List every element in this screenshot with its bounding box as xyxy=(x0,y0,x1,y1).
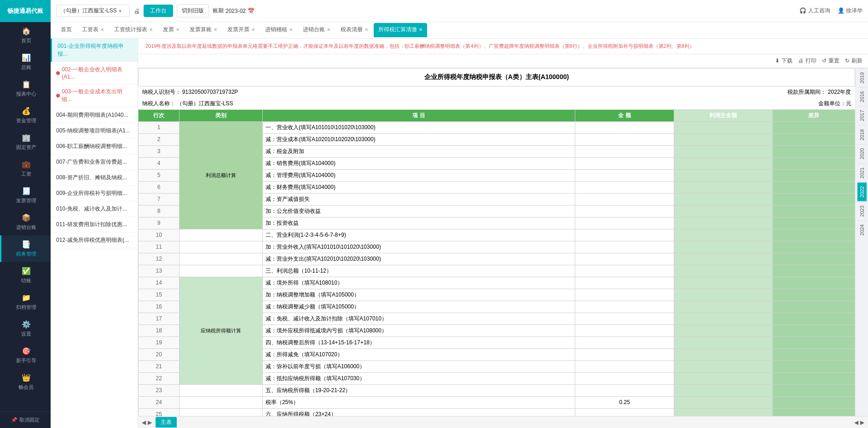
amount-6[interactable] xyxy=(575,181,674,193)
sidebar-item-home[interactable]: 🏠 首页 xyxy=(0,22,51,49)
year-2017[interactable]: 2017 xyxy=(857,106,867,125)
table-container[interactable]: 企业所得税年度纳税申报表（A类）主表(A100000) 纳税人识别号： 9132… xyxy=(138,68,855,417)
profit-4[interactable] xyxy=(674,157,773,169)
left-panel-item-002[interactable]: 002-一般企业收入明细表(A1... xyxy=(51,62,138,84)
profit-9[interactable] xyxy=(674,217,773,229)
left-panel-item-005[interactable]: 005-纳税调整项目明细表(A1... xyxy=(51,123,138,139)
sidebar-item-archive[interactable]: 📁 归档管理 xyxy=(0,289,51,315)
user-name[interactable]: 👤 徐泽华 xyxy=(838,7,862,15)
amount-20[interactable] xyxy=(575,348,674,360)
tab-invoice-close[interactable]: ✕ xyxy=(176,27,179,32)
year-2023[interactable]: 2023 xyxy=(857,201,867,220)
download-button[interactable]: ⬇ 下载 xyxy=(775,57,793,65)
diff-2[interactable] xyxy=(773,133,855,145)
amount-23[interactable] xyxy=(575,384,674,396)
diff-1[interactable] xyxy=(773,121,855,133)
company-selector[interactable]: （勾册）江西服宝-LSS ▾ xyxy=(56,5,130,17)
profit-17[interactable] xyxy=(674,313,773,325)
left-panel-item-004[interactable]: 004-期间费用明细表(A1040... xyxy=(51,108,138,123)
diff-9[interactable] xyxy=(773,217,855,229)
amount-10[interactable] xyxy=(575,229,674,241)
sidebar-item-settle[interactable]: ✅ 结账 xyxy=(0,262,51,289)
diff-20[interactable] xyxy=(773,348,855,360)
diff-11[interactable] xyxy=(773,241,855,253)
amount-15[interactable] xyxy=(575,289,674,301)
workbench-button[interactable]: 工作台 xyxy=(144,5,173,17)
left-panel-item-009[interactable]: 009-企业所得税补亏损明细... xyxy=(51,186,138,201)
tab-audit-close[interactable]: ✕ xyxy=(289,27,293,32)
amount-4[interactable] xyxy=(575,157,674,169)
nav-right-arrow[interactable]: ▶ xyxy=(148,419,152,426)
diff-15[interactable] xyxy=(773,289,855,301)
amount-2[interactable] xyxy=(575,133,674,145)
profit-5[interactable] xyxy=(674,169,773,181)
amount-12[interactable] xyxy=(575,253,674,265)
diff-12[interactable] xyxy=(773,253,855,265)
profit-7[interactable] xyxy=(674,193,773,205)
diff-25[interactable] xyxy=(773,408,855,416)
tab-trade-ledger[interactable]: 进销台账 ✕ xyxy=(298,23,335,37)
diff-3[interactable] xyxy=(773,145,855,157)
left-panel-item-012[interactable]: 012-减免所得税优惠明细表(... xyxy=(51,233,138,248)
year-2021[interactable]: 2021 xyxy=(857,163,867,182)
diff-8[interactable] xyxy=(773,205,855,217)
diff-13[interactable] xyxy=(773,265,855,277)
profit-25[interactable] xyxy=(674,408,773,416)
diff-17[interactable] xyxy=(773,313,855,325)
amount-14[interactable] xyxy=(575,277,674,289)
tab-invoice[interactable]: 发票 ✕ xyxy=(158,23,184,37)
profit-18[interactable] xyxy=(674,325,773,337)
amount-18[interactable] xyxy=(575,325,674,337)
amount-17[interactable] xyxy=(575,313,674,325)
diff-18[interactable] xyxy=(773,325,855,337)
amount-22[interactable] xyxy=(575,372,674,384)
print-icon[interactable]: 🖨 xyxy=(133,7,140,15)
diff-19[interactable] xyxy=(773,337,855,348)
left-panel-item-001[interactable]: 001-企业所得税年度纳税申报... xyxy=(51,39,138,62)
diff-7[interactable] xyxy=(773,193,855,205)
sidebar-item-assets[interactable]: 🏢 固定资产 xyxy=(0,129,51,155)
tab-tax-clear[interactable]: 税表清册 ✕ xyxy=(336,23,373,37)
sidebar-item-invoice[interactable]: 🧾 发票管理 xyxy=(0,182,51,209)
profit-3[interactable] xyxy=(674,145,773,157)
sidebar-pin-toggle[interactable]: 📌 取消固定 xyxy=(0,411,51,428)
year-2016[interactable]: 2016 xyxy=(857,87,867,106)
tab-income-tax-close[interactable]: ✕ xyxy=(419,27,422,32)
reset-button[interactable]: ↺ 重置 xyxy=(822,57,839,65)
diff-10[interactable] xyxy=(773,229,855,241)
amount-11[interactable] xyxy=(575,241,674,253)
profit-24[interactable] xyxy=(674,396,773,408)
switch-old-button[interactable]: 切到旧版 xyxy=(177,4,209,17)
amount-24[interactable]: 0.25 xyxy=(575,396,674,408)
amount-9[interactable] xyxy=(575,217,674,229)
left-panel-item-007[interactable]: 007-广告费和业务宣传费超... xyxy=(51,154,138,170)
tab-tax-clear-close[interactable]: ✕ xyxy=(365,27,368,32)
profit-8[interactable] xyxy=(674,205,773,217)
tab-income-tax[interactable]: 所得税汇算清缴 ✕ xyxy=(374,23,427,37)
tab-invoice-calc[interactable]: 发票算账 ✕ xyxy=(185,23,222,37)
year-2019[interactable]: 2019 xyxy=(857,68,867,87)
diff-21[interactable] xyxy=(773,360,855,372)
tab-invoice-open-close[interactable]: ✕ xyxy=(251,27,255,32)
diff-6[interactable] xyxy=(773,181,855,193)
profit-22[interactable] xyxy=(674,372,773,384)
nav-left-arrow[interactable]: ◀ xyxy=(142,419,146,426)
profit-1[interactable] xyxy=(674,121,773,133)
print-button[interactable]: 🖨 打印 xyxy=(798,57,816,65)
sidebar-item-tax[interactable]: 📑 税务管理 xyxy=(0,235,51,262)
amount-8[interactable] xyxy=(575,205,674,217)
tab-salary-report[interactable]: 工资统计报表 ✕ xyxy=(110,23,157,37)
tab-home[interactable]: 首页 xyxy=(56,23,76,37)
amount-13[interactable] xyxy=(575,265,674,277)
user-service[interactable]: 🎧 人工咨询 xyxy=(799,7,830,15)
amount-25[interactable] xyxy=(575,408,674,416)
left-panel-item-011[interactable]: 011-研发费用加计扣除优惠... xyxy=(51,217,138,233)
amount-21[interactable] xyxy=(575,360,674,372)
sidebar-item-trade[interactable]: 📦 进销台账 xyxy=(0,209,51,235)
profit-2[interactable] xyxy=(674,133,773,145)
tab-invoice-calc-close[interactable]: ✕ xyxy=(214,27,217,32)
year-2022[interactable]: 2022 xyxy=(857,182,867,201)
profit-19[interactable] xyxy=(674,337,773,348)
amount-5[interactable] xyxy=(575,169,674,181)
year-2018[interactable]: 2018 xyxy=(857,125,867,144)
